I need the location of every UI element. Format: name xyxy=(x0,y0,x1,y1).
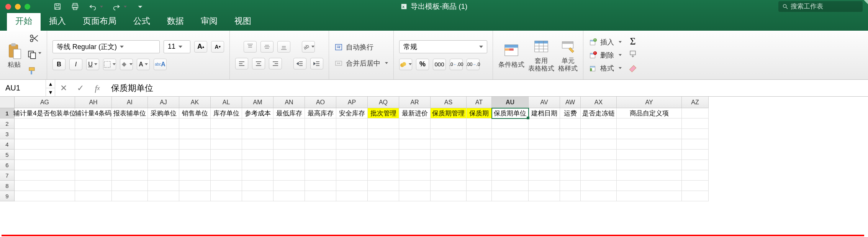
cell-AS6[interactable] xyxy=(431,160,467,170)
name-box-down[interactable]: ▾ xyxy=(46,88,55,96)
cell-AW9[interactable] xyxy=(560,191,581,201)
cell-AW6[interactable] xyxy=(560,160,581,170)
cell-AZ8[interactable] xyxy=(682,181,709,191)
cell-AZ7[interactable] xyxy=(682,170,709,181)
cell-AU2[interactable] xyxy=(492,118,529,129)
cell-AS5[interactable] xyxy=(431,150,467,160)
font-color-button[interactable]: A xyxy=(137,59,150,70)
clear-button[interactable] xyxy=(628,63,638,74)
cut-button[interactable] xyxy=(29,33,39,45)
cell-AW7[interactable] xyxy=(560,170,581,181)
cell-AU3[interactable] xyxy=(492,129,529,139)
cell-AZ9[interactable] xyxy=(682,191,709,201)
cell-AH8[interactable] xyxy=(75,181,112,191)
cell-AK6[interactable] xyxy=(179,160,211,170)
cell-AO8[interactable] xyxy=(305,181,336,191)
cell-AM9[interactable] xyxy=(242,191,274,201)
cell-AY7[interactable] xyxy=(617,170,682,181)
cell-AN5[interactable] xyxy=(274,150,305,160)
cell-AL2[interactable] xyxy=(211,118,242,129)
cell-AW3[interactable] xyxy=(560,129,581,139)
column-header-AO[interactable]: AO xyxy=(305,97,336,108)
formula-input[interactable]: 保质期单位 xyxy=(106,82,868,94)
cell-AN3[interactable] xyxy=(274,129,305,139)
column-header-AM[interactable]: AM xyxy=(242,97,274,108)
cell-AW4[interactable] xyxy=(560,139,581,150)
cell-AX3[interactable] xyxy=(581,129,617,139)
column-header-AL[interactable]: AL xyxy=(211,97,242,108)
column-header-AW[interactable]: AW xyxy=(560,97,581,108)
cell-AW5[interactable] xyxy=(560,150,581,160)
column-header-AI[interactable]: AI xyxy=(112,97,148,108)
cell-AU1[interactable]: 保质期单位 xyxy=(492,108,529,118)
column-header-AG[interactable]: AG xyxy=(15,97,75,108)
phonetic-button[interactable]: abcA xyxy=(154,59,167,70)
cell-AS3[interactable] xyxy=(431,129,467,139)
cell-AJ7[interactable] xyxy=(148,170,179,181)
row-header-2[interactable]: 2 xyxy=(0,118,15,129)
name-box[interactable]: AU1 xyxy=(0,80,46,96)
cell-AS9[interactable] xyxy=(431,191,467,201)
cell-AI3[interactable] xyxy=(112,129,148,139)
cell-AN4[interactable] xyxy=(274,139,305,150)
cell-AH5[interactable] xyxy=(75,150,112,160)
cell-AM6[interactable] xyxy=(242,160,274,170)
cell-AP8[interactable] xyxy=(336,181,368,191)
font-name-combo[interactable]: 等线 Regular (正文) xyxy=(52,40,160,53)
tab-page-layout[interactable]: 页面布局 xyxy=(74,12,125,31)
fill-color-button[interactable] xyxy=(120,59,133,70)
cell-AM8[interactable] xyxy=(242,181,274,191)
cell-AQ2[interactable] xyxy=(368,118,399,129)
cell-AR3[interactable] xyxy=(399,129,431,139)
cell-AP1[interactable]: 安全库存 xyxy=(336,108,368,118)
cell-AJ8[interactable] xyxy=(148,181,179,191)
cell-AJ9[interactable] xyxy=(148,191,179,201)
cell-AO6[interactable] xyxy=(305,160,336,170)
cell-AO2[interactable] xyxy=(305,118,336,129)
cell-AX8[interactable] xyxy=(581,181,617,191)
cell-AZ6[interactable] xyxy=(682,160,709,170)
format-as-table-button[interactable]: 套用表格格式 xyxy=(528,38,554,72)
decrease-decimal-button[interactable]: .00→.0 xyxy=(467,59,480,70)
row-header-6[interactable]: 6 xyxy=(0,160,15,170)
cell-AH1[interactable]: 辅计量4条码 xyxy=(75,108,112,118)
align-left-button[interactable] xyxy=(235,58,248,69)
column-header-AH[interactable]: AH xyxy=(75,97,112,108)
cell-AL8[interactable] xyxy=(211,181,242,191)
increase-font-button[interactable]: A▴ xyxy=(194,41,207,53)
cell-AG7[interactable] xyxy=(15,170,75,181)
cell-AZ1[interactable] xyxy=(682,108,709,118)
cell-AW8[interactable] xyxy=(560,181,581,191)
row-header-7[interactable]: 7 xyxy=(0,170,15,181)
cell-AI9[interactable] xyxy=(112,191,148,201)
cell-AH2[interactable] xyxy=(75,118,112,129)
cell-AJ4[interactable] xyxy=(148,139,179,150)
delete-cells-button[interactable]: ×删除 xyxy=(589,51,622,60)
decrease-font-button[interactable]: A▾ xyxy=(211,41,224,53)
cell-AG2[interactable] xyxy=(15,118,75,129)
redo-button[interactable] xyxy=(112,2,127,11)
cell-AN6[interactable] xyxy=(274,160,305,170)
cell-AT4[interactable] xyxy=(467,139,492,150)
cell-AU6[interactable] xyxy=(492,160,529,170)
tab-home[interactable]: 开始 xyxy=(7,12,41,31)
cell-AP5[interactable] xyxy=(336,150,368,160)
cell-AQ8[interactable] xyxy=(368,181,399,191)
cell-AK9[interactable] xyxy=(179,191,211,201)
cell-AR6[interactable] xyxy=(399,160,431,170)
column-header-AY[interactable]: AY xyxy=(617,97,682,108)
qat-customize-button[interactable] xyxy=(136,2,144,11)
border-button[interactable] xyxy=(103,59,116,70)
cell-AN7[interactable] xyxy=(274,170,305,181)
row-header-3[interactable]: 3 xyxy=(0,129,15,139)
cell-AX4[interactable] xyxy=(581,139,617,150)
cell-AP9[interactable] xyxy=(336,191,368,201)
format-painter-button[interactable] xyxy=(28,66,40,77)
italic-button[interactable]: I xyxy=(69,59,82,70)
cell-AH7[interactable] xyxy=(75,170,112,181)
cell-AM3[interactable] xyxy=(242,129,274,139)
cell-AQ6[interactable] xyxy=(368,160,399,170)
align-middle-button[interactable] xyxy=(260,41,274,53)
cell-AN1[interactable]: 最低库存 xyxy=(274,108,305,118)
save-button[interactable] xyxy=(53,2,62,11)
